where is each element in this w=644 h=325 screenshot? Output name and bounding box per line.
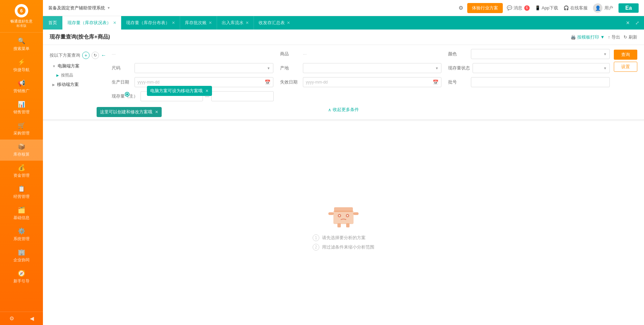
svg-rect-11 (353, 212, 359, 215)
user-label: 用户 (604, 5, 613, 11)
goods-field: 商品 ··· (280, 51, 442, 57)
sidebar-item-enterprise[interactable]: 🏢 企业协同 (0, 245, 43, 266)
sidebar-item-label: 基础信息 (13, 215, 30, 221)
tab-stock-status-label: 现存量（库存状况表） (67, 20, 111, 26)
step1-text: 请先选择要分析的方案 (322, 235, 366, 241)
origin-select[interactable]: ▼ (303, 63, 442, 73)
goods-label: 商品 (280, 51, 300, 57)
svg-rect-10 (328, 212, 334, 215)
size-field: 尺码 ▼ (112, 63, 273, 73)
system-name-text: 装备及固定资产辅助管理系统 (48, 5, 105, 11)
scheme-item-mobile[interactable]: ▶ 移动端方案 (50, 80, 106, 89)
tab-home[interactable]: 首页 (43, 16, 62, 30)
empty-step-1: 1 请先选择要分析的方案 (313, 234, 374, 241)
step1-num: 1 (313, 234, 319, 241)
sidebar-item-quick-nav[interactable]: ⚡ 快捷导航 (0, 55, 43, 76)
stock-status-arrow-icon: ▼ (603, 66, 607, 70)
batch-no-input[interactable] (471, 77, 610, 87)
stock-status-label: 现存量状态 (448, 65, 470, 71)
color-field: 颜色 ▼ (448, 49, 610, 59)
reset-btn[interactable]: 设置 (614, 62, 637, 72)
scheme-list: ▼ 电脑端方案 ▶ 按照品 ▶ 移动端方案 (50, 62, 106, 89)
filter-add-btn[interactable]: + (82, 52, 90, 59)
template-print-btn[interactable]: 🖨️ 按模板打印 ▼ (571, 34, 605, 40)
online-support-btn[interactable]: 🎧 在线客服 (564, 5, 588, 11)
sidebar-item-label: 资金管理 (13, 173, 30, 178)
sidebar-item-assets[interactable]: 💰 资金管理 (0, 161, 43, 182)
tab-stock-batch[interactable]: 库存批次账 ✕ (180, 16, 217, 30)
sidebar-item-operations[interactable]: 📋 经营管理 (0, 182, 43, 203)
tab-stock-dist[interactable]: 现存量（库存分布表） ✕ (121, 16, 180, 30)
refresh-label: 刷新 (629, 34, 637, 40)
tab-stock-batch-close[interactable]: ✕ (209, 21, 212, 25)
sales-icon: 📊 (18, 101, 25, 108)
tooltip-pc-close[interactable]: ✕ (205, 89, 209, 93)
sidebar-item-marketing[interactable]: 📢 营销推广 (0, 76, 43, 97)
export-icon: ↑ (608, 35, 610, 40)
stock-main-label: 现存量（主） (112, 93, 138, 99)
sidebar-item-system[interactable]: ⚙️ 系统管理 (0, 224, 43, 245)
sidebar-item-inventory[interactable]: 📦 库存核算 (0, 140, 43, 161)
tab-stock-status-close[interactable]: ✕ (113, 21, 116, 25)
tab-in-out-flow[interactable]: 出入库流水 ✕ (217, 16, 254, 30)
sidebar-collapse-btn[interactable]: ◀ (30, 315, 34, 322)
sidebar-item-search-menu[interactable]: 🔍 搜索菜单 (0, 34, 43, 55)
inventory-icon: 📦 (18, 143, 25, 150)
sidebar-item-label: 经营管理 (13, 194, 30, 200)
empty-steps: 1 请先选择要分析的方案 2 用过滤条件来缩小分析范围 (313, 234, 374, 251)
logo-text: 畅通道好生意 (10, 19, 33, 23)
export-btn[interactable]: ↑ 导出 (608, 34, 621, 40)
sidebar-item-label: 快捷导航 (13, 67, 30, 73)
trial-btn[interactable]: 体验行业方案 (467, 3, 503, 13)
tab-stock-dist-label: 现存量（库存分布表） (126, 20, 170, 26)
template-print-label: 按模板打印 (577, 34, 599, 40)
expire-date-label: 失效日期 (280, 79, 300, 85)
goods-dots[interactable]: ··· (303, 51, 307, 57)
stock-main-to[interactable] (211, 91, 274, 101)
tab-in-out-flow-close[interactable]: ✕ (246, 21, 249, 25)
tooltip-create-close[interactable]: ✕ (155, 110, 158, 114)
search-btn[interactable]: 查询 (614, 50, 637, 60)
origin-label: 产地 (280, 65, 300, 71)
mobile-scheme-arrow-icon: ▶ (52, 83, 55, 87)
topbar-gear-btn[interactable]: ⚙ (459, 5, 463, 11)
sidebar-footer: ⚙ ◀ (0, 312, 43, 325)
topbar-actions: 💬 消息 6 📱 App下载 🎧 在线客服 👤 用户 Ea (507, 3, 639, 13)
system-name-arrow: ▼ (107, 6, 110, 10)
sidebar-settings-btn[interactable]: ⚙ (9, 315, 14, 322)
stock-status-select[interactable]: ▼ (473, 63, 610, 73)
filter-refresh-btn[interactable]: ↻ (92, 52, 99, 59)
tab-stock-dist-close[interactable]: ✕ (172, 21, 175, 25)
size-select[interactable]: ▼ (135, 63, 273, 73)
tab-recv-send[interactable]: 收发存汇总表 ✕ (254, 16, 295, 30)
sidebar-item-basic-info[interactable]: 🗂️ 基础信息 (0, 203, 43, 224)
expire-date-input[interactable]: yyyy-mm-dd 📅 (303, 77, 442, 87)
tabbar-close-btn[interactable]: ✕ (624, 19, 632, 27)
filter-arrow-btn[interactable]: ← (101, 52, 106, 58)
system-icon: ⚙️ (18, 227, 25, 235)
topbar: 装备及固定资产辅助管理系统 ▼ ⚙ 体验行业方案 💬 消息 6 📱 App下载 … (43, 0, 644, 16)
sidebar-item-sales[interactable]: 📊 销售管理 (0, 97, 43, 118)
stock-status-field: 现存量状态 ▼ (448, 63, 610, 73)
sidebar-item-purchase[interactable]: 🛒 采购管理 (0, 118, 43, 140)
tab-recv-send-close[interactable]: ✕ (287, 21, 290, 25)
sidebar-item-label: 营销推广 (13, 88, 30, 94)
message-btn[interactable]: 💬 消息 6 (507, 5, 530, 11)
page-area: 现存量查询(按仓库+商品) 🖨️ 按模板打印 ▼ ↑ 导出 ↻ 刷新 (43, 30, 644, 325)
page-header: 现存量查询(按仓库+商品) 🖨️ 按模板打印 ▼ ↑ 导出 ↻ 刷新 (43, 30, 644, 45)
scheme-item-pc[interactable]: ▼ 电脑端方案 (50, 62, 106, 70)
color-select[interactable]: ▼ (471, 49, 610, 59)
svg-rect-9 (346, 223, 350, 227)
scheme-item-sub[interactable]: ▶ 按照品 (50, 71, 106, 79)
tab-stock-status[interactable]: 现存量（库存状况表） ✕ (62, 16, 121, 30)
prod-date-calendar-icon: 📅 (265, 79, 270, 85)
purchase-icon: 🛒 (18, 122, 25, 129)
user-menu[interactable]: 👤 用户 (593, 3, 613, 13)
sidebar-item-label: 销售管理 (13, 109, 30, 115)
refresh-btn[interactable]: ↻ 刷新 (624, 34, 637, 40)
sidebar-item-guide[interactable]: 🧭 新手引导 (0, 266, 43, 287)
basic-info-icon: 🗂️ (18, 206, 25, 214)
app-download-btn[interactable]: 📱 App下载 (535, 5, 558, 11)
warehouse-dots[interactable]: ··· (112, 51, 116, 57)
tabbar-maximize-btn[interactable]: ⤢ (633, 19, 641, 27)
